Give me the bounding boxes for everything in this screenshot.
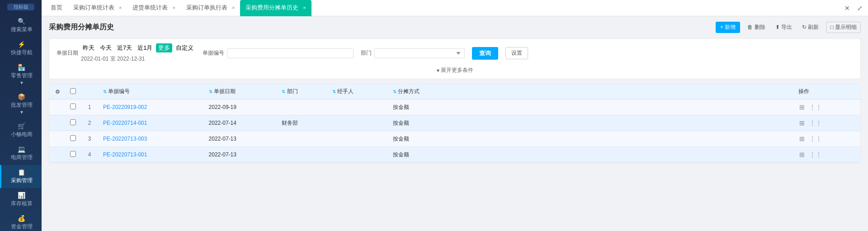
sidebar-item-label: 资金管理: [3, 223, 40, 231]
page-header: 采购费用分摊单历史 + 新增 🗑 删除 ⬆ 导出 ↻ 刷新 □ 显示明细: [49, 22, 861, 33]
tab-purchase-order-exec[interactable]: 采购订单执行表 ×: [181, 0, 240, 16]
row-action-cell: ⊞ ⋮⋮: [794, 131, 860, 147]
settings-button[interactable]: 设置: [505, 47, 528, 59]
show-columns-button[interactable]: □ 显示明细: [826, 22, 861, 33]
row-action-cell: ⊞ ⋮⋮: [794, 99, 860, 115]
th-split-method[interactable]: ⇅ 分摊方式: [388, 84, 794, 99]
view-icon[interactable]: ⊞: [798, 118, 806, 127]
row-split-method: 按金额: [388, 131, 794, 147]
sort-icon: ⇅: [103, 89, 107, 94]
th-dept[interactable]: ⇅ 部门: [277, 84, 327, 99]
date-shortcuts: 昨天 今天 近7天 近1月 更多 自定义: [81, 43, 195, 52]
sort-icon: ⇅: [282, 89, 285, 94]
expand-row: ▾ 展开更多条件: [57, 66, 853, 74]
sidebar-item-label: 采购管理: [3, 177, 40, 184]
retail-icon: 🏪: [3, 64, 40, 71]
sidebar-item-ecommerce-small[interactable]: 🛒 小畅电商: [0, 119, 42, 142]
dept-select[interactable]: 财务部: [374, 48, 465, 58]
tab-label: 采购订单执行表: [186, 4, 227, 12]
tab-home[interactable]: 首页: [45, 0, 68, 16]
tab-close-icon[interactable]: ×: [172, 5, 175, 10]
add-button[interactable]: + 新增: [716, 22, 740, 33]
row-checkbox-cell[interactable]: [66, 99, 80, 115]
query-button[interactable]: 查询: [472, 47, 498, 60]
dept-field: 部门 财务部: [361, 48, 465, 58]
page-title: 采购费用分摊单历史: [49, 23, 114, 32]
chevron-down-icon: ▾: [20, 80, 23, 86]
sidebar-item-search[interactable]: 🔍 搜索菜单: [0, 14, 42, 37]
view-icon[interactable]: ⊞: [798, 150, 806, 159]
shortcut-today[interactable]: 今天: [98, 43, 113, 52]
sidebar-item-inventory[interactable]: 📊 库存核算: [0, 188, 42, 211]
tab-purchase-order-stats[interactable]: 采购订单统计表 ×: [68, 0, 127, 16]
finance-icon: 💰: [3, 215, 40, 222]
row-checkbox-cell[interactable]: [66, 147, 80, 163]
row-doc-number[interactable]: PE-20220714-001: [99, 115, 204, 131]
close-tab-btn[interactable]: ✕: [843, 4, 852, 13]
doc-number-link[interactable]: PE-20220714-001: [103, 120, 147, 126]
th-doc-date[interactable]: ⇅ 单据日期: [204, 84, 278, 99]
row-doc-number[interactable]: PE-20220713-003: [99, 131, 204, 147]
sidebar-item-purchase[interactable]: 📋 采购管理: [0, 165, 42, 188]
date-range-value: 2022-01-01 至 2022-12-31: [81, 55, 145, 63]
row-action-cell: ⊞ ⋮⋮: [794, 147, 860, 163]
sort-icon: ⇅: [393, 89, 396, 94]
tab-purchase-cost-history[interactable]: 采购费用分摊单历史 ×: [240, 0, 311, 16]
export-button[interactable]: ⬆ 导出: [773, 22, 795, 33]
view-icon[interactable]: ⊞: [798, 134, 806, 143]
row-checkbox[interactable]: [70, 151, 76, 157]
sidebar-item-quick-nav[interactable]: ⚡ 快捷导航: [0, 37, 42, 60]
view-icon[interactable]: ⊞: [798, 103, 806, 112]
row-doc-number[interactable]: PE-20220919-002: [99, 99, 204, 115]
tab-close-icon[interactable]: ×: [232, 5, 235, 10]
tab-incoming-stats[interactable]: 进货单统计表 ×: [127, 0, 180, 16]
shortcut-custom[interactable]: 自定义: [174, 43, 195, 52]
row-checkbox[interactable]: [70, 119, 76, 125]
more-icon[interactable]: ⋮⋮: [808, 118, 823, 127]
date-label: 单据日期: [57, 49, 78, 57]
refresh-button[interactable]: ↻ 刷新: [799, 22, 821, 33]
row-checkbox[interactable]: [70, 135, 76, 141]
more-icon[interactable]: ⋮⋮: [808, 103, 823, 112]
tab-close-icon[interactable]: ×: [303, 5, 306, 10]
doc-number-link[interactable]: PE-20220919-002: [103, 104, 147, 110]
th-settings[interactable]: ⚙: [49, 84, 66, 99]
data-table: ⚙ ⇅ 单据编号 ⇅ 单据日期: [49, 84, 860, 163]
table-body: 1 PE-20220919-002 2022-09-19 按金额 ⊞ ⋮⋮ 2 …: [49, 99, 860, 163]
row-checkbox-cell[interactable]: [66, 115, 80, 131]
more-icon[interactable]: ⋮⋮: [808, 134, 823, 143]
tab-bar-right: ✕ ⤢: [843, 4, 864, 13]
sidebar-item-label: 搜索菜单: [3, 26, 40, 33]
doc-number-input[interactable]: [227, 48, 354, 58]
maximize-tab-btn[interactable]: ⤢: [855, 4, 864, 13]
doc-number-link[interactable]: PE-20220713-003: [103, 136, 147, 142]
th-handler[interactable]: ⇅ 经手人: [328, 84, 388, 99]
shortcut-more[interactable]: 更多: [156, 43, 172, 52]
shortcut-1month[interactable]: 近1月: [136, 43, 154, 52]
row-handler: [328, 115, 388, 131]
search-icon: 🔍: [3, 18, 40, 25]
sidebar-item-ecommerce[interactable]: 💻 电商管理: [0, 142, 42, 165]
doc-number-link[interactable]: PE-20220713-001: [103, 151, 147, 158]
row-num: 1: [80, 99, 99, 115]
row-checkbox[interactable]: [70, 104, 76, 109]
select-all-checkbox[interactable]: [70, 88, 76, 94]
sidebar-item-finance[interactable]: 💰 资金管理: [0, 211, 42, 231]
th-doc-number[interactable]: ⇅ 单据编号: [99, 84, 204, 99]
sort-icon: ⇅: [332, 89, 336, 94]
expand-button[interactable]: ▾ 展开更多条件: [437, 66, 473, 74]
row-doc-number[interactable]: PE-20220713-001: [99, 147, 204, 163]
tab-close-icon[interactable]: ×: [119, 5, 122, 10]
shortcut-7days[interactable]: 近7天: [115, 43, 134, 52]
date-field-group: 昨天 今天 近7天 近1月 更多 自定义 2022-01-01 至 2022-1…: [81, 43, 195, 63]
row-checkbox-cell[interactable]: [66, 131, 80, 147]
sidebar-item-wholesale[interactable]: 📦 批发管理 ▾: [0, 90, 42, 119]
date-field: 单据日期 昨天 今天 近7天 近1月 更多 自定义 2022-01-01 至 2…: [57, 43, 195, 63]
row-settings-cell: [49, 147, 66, 163]
delete-button[interactable]: 🗑 删除: [745, 22, 768, 33]
shortcut-yesterday[interactable]: 昨天: [81, 43, 96, 52]
ecommerce-small-icon: 🛒: [3, 123, 40, 130]
sidebar-item-retail[interactable]: 🏪 零售管理 ▾: [0, 60, 42, 90]
more-icon[interactable]: ⋮⋮: [808, 150, 823, 159]
chevron-down-icon: ▾: [437, 67, 439, 74]
